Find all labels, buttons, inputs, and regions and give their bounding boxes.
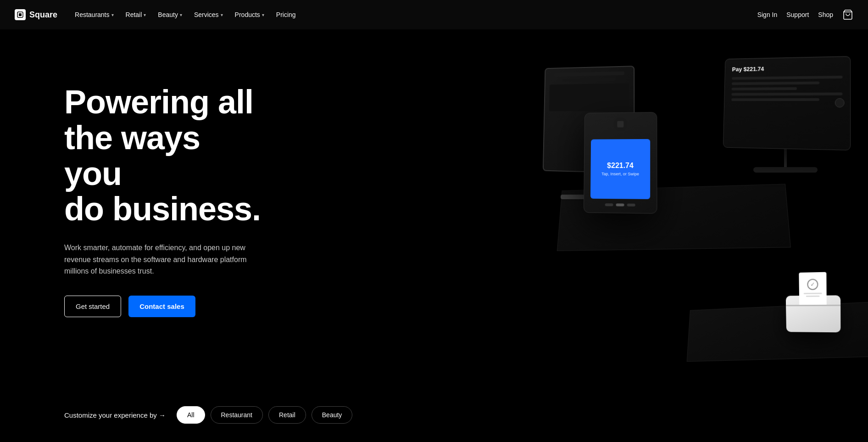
customize-label: Customize your experience by → [64, 411, 166, 419]
nav-right: Sign In Support Shop [757, 9, 853, 20]
hero-subtitle: Work smarter, automate for efficiency, a… [64, 242, 248, 277]
receipt-check-icon: ✓ [807, 279, 818, 290]
nav-shop-link[interactable]: Shop [818, 11, 833, 18]
svg-rect-1 [19, 13, 22, 16]
pill-all[interactable]: All [177, 406, 205, 424]
terminal-screen: $221.74 Tap, Insert, or Swipe [590, 139, 650, 199]
chevron-down-icon: ▾ [144, 12, 146, 17]
logo-icon [15, 9, 26, 20]
receipt-printer-body: ✓ [786, 295, 841, 332]
cart-icon[interactable] [842, 9, 853, 20]
nav-item-services[interactable]: Services ▾ [189, 7, 228, 22]
monitor-screen: Pay $221.74 [723, 56, 851, 151]
hero-section: Powering all the ways you do business. W… [0, 29, 868, 442]
terminal-btn-2 [616, 203, 624, 206]
filter-pills: All Restaurant Retail Beauty [177, 406, 352, 424]
main-nav: Square Restaurants ▾ Retail ▾ Beauty ▾ S… [0, 0, 868, 29]
customize-section: Customize your experience by → All Resta… [0, 388, 868, 442]
chevron-down-icon: ▾ [111, 12, 114, 17]
pill-beauty[interactable]: Beauty [312, 406, 353, 424]
pedestal-right [687, 302, 868, 362]
hero-visual: $221.74 Tap, Insert, or Swipe Pay $221.7… [455, 29, 868, 360]
terminal-btn-1 [605, 203, 613, 206]
nav-support-link[interactable]: Support [786, 11, 809, 18]
monitor-stand [784, 149, 787, 167]
hero-title: Powering all the ways you do business. [64, 84, 266, 227]
receipt-paper: ✓ [799, 272, 826, 305]
pill-retail[interactable]: Retail [268, 406, 306, 424]
chevron-down-icon: ▾ [262, 12, 264, 17]
terminal-amount: $221.74 [607, 162, 634, 170]
nav-item-pricing[interactable]: Pricing [272, 7, 300, 22]
terminal-body: $221.74 Tap, Insert, or Swipe [584, 112, 657, 214]
contact-sales-button[interactable]: Contact sales [128, 296, 195, 317]
device-scene: $221.74 Tap, Insert, or Swipe Pay $221.7… [455, 29, 868, 360]
monitor-pay-text: Pay $221.74 [732, 64, 842, 73]
nav-signin-link[interactable]: Sign In [757, 11, 778, 18]
nav-item-restaurants[interactable]: Restaurants ▾ [70, 7, 118, 22]
nav-item-retail[interactable]: Retail ▾ [121, 7, 151, 22]
terminal-instruction: Tap, Insert, or Swipe [601, 172, 639, 176]
logo-link[interactable]: Square [15, 9, 57, 20]
nav-item-products[interactable]: Products ▾ [230, 7, 269, 22]
nav-item-beauty[interactable]: Beauty ▾ [153, 7, 187, 22]
terminal-buttons [584, 203, 657, 207]
get-started-button[interactable]: Get started [64, 296, 121, 317]
brand-name: Square [29, 10, 57, 20]
pill-restaurant[interactable]: Restaurant [211, 406, 263, 424]
monitor-base [753, 167, 818, 173]
receipt-printer: ✓ [785, 296, 840, 332]
payment-terminal: $221.74 Tap, Insert, or Swipe [584, 112, 657, 213]
chevron-down-icon: ▾ [180, 12, 182, 17]
pos-monitor: Pay $221.74 [721, 57, 850, 173]
chevron-down-icon: ▾ [221, 12, 223, 17]
hero-buttons: Get started Contact sales [64, 296, 266, 317]
nav-links: Restaurants ▾ Retail ▾ Beauty ▾ Services… [70, 7, 300, 22]
nav-left: Square Restaurants ▾ Retail ▾ Beauty ▾ S… [15, 7, 300, 22]
monitor-camera [835, 98, 845, 108]
hero-content: Powering all the ways you do business. W… [0, 29, 266, 381]
terminal-btn-3 [627, 204, 635, 207]
